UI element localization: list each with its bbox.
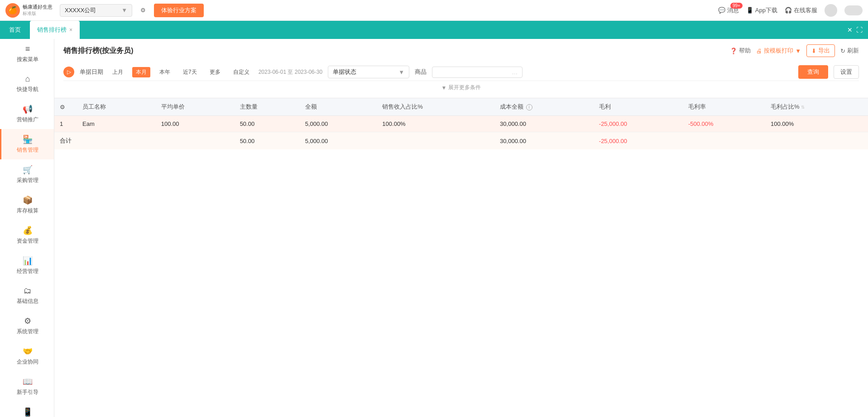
sidebar-item-sales[interactable]: 🏪 销售管理	[0, 129, 54, 159]
status-filter-arrow: ▼	[398, 69, 404, 76]
purchase-icon: 🛒	[23, 165, 33, 175]
cell-cost: 30,000.00	[494, 116, 594, 132]
message-icon: 💬	[718, 7, 725, 14]
date-btn-7days[interactable]: 近7天	[179, 67, 201, 77]
col-sales-pct: 销售收入占比%	[377, 98, 494, 116]
sidebar-item-purchase[interactable]: 🛒 采购管理	[0, 159, 54, 190]
online-service-button[interactable]: 🎧 在线客服	[785, 6, 817, 14]
date-btn-last-month[interactable]: 上月	[109, 67, 127, 77]
page-title: 销售排行榜(按业务员)	[63, 46, 134, 56]
system-icon: ⚙	[24, 316, 31, 326]
tab-fullscreen-icon[interactable]: ⛶	[856, 26, 863, 34]
footer-sales-pct	[377, 132, 494, 150]
export-button[interactable]: ⬇ 导出	[806, 44, 835, 57]
settings-button[interactable]: 设置	[834, 65, 859, 79]
footer-gross: -25,000.00	[594, 132, 683, 150]
cell-sales-pct: 100.00%	[377, 116, 494, 132]
date-btn-custom[interactable]: 自定义	[230, 67, 253, 77]
sidebar-item-label: 资金管理	[17, 237, 38, 245]
cell-gross-rate: -500.00%	[683, 116, 765, 132]
company-name: XXXXX公司	[65, 6, 118, 14]
col-cost-label: 成本全额	[500, 103, 523, 110]
cell-avg-price: 100.00	[156, 116, 235, 132]
marketing-icon: 📢	[23, 104, 33, 114]
cost-info-icon[interactable]: i	[526, 104, 532, 110]
footer-amount: 5,000.00	[300, 132, 377, 150]
col-settings[interactable]: ⚙	[54, 98, 77, 116]
tab-label: 销售排行榜	[37, 26, 67, 34]
col-gross-pct-sort[interactable]: ⇅	[801, 105, 805, 110]
sidebar-item-search-order[interactable]: ≡ 搜索菜单	[0, 39, 54, 69]
footer-total-label: 合计	[54, 132, 156, 150]
help-icon: ❓	[730, 48, 737, 54]
sidebar-item-app-center[interactable]: 📱 应用中心	[0, 402, 54, 417]
help-button[interactable]: ❓ 帮助	[730, 47, 751, 55]
export-icon: ⬇	[811, 48, 816, 54]
col-cost: 成本全额 i	[494, 98, 594, 116]
app-download-button[interactable]: 📱 App下载	[746, 6, 777, 14]
col-avg-price: 平均单价	[156, 98, 235, 116]
industry-button[interactable]: 体验行业方案	[154, 4, 204, 17]
tab-bar-right: ✕ ⛶	[847, 26, 868, 34]
user-name-area	[844, 5, 863, 15]
sidebar-item-system[interactable]: ⚙ 系统管理	[0, 311, 54, 341]
user-avatar[interactable]	[825, 4, 837, 17]
main-layout: ≡ 搜索菜单 ⌂ 快捷导航 📢 营销推广 🏪 销售管理 🛒 采购管理 📦 库存核…	[0, 39, 868, 417]
finance-icon: 💰	[23, 225, 33, 235]
sidebar-item-label: 经营管理	[17, 268, 38, 275]
app-center-icon: 📱	[23, 407, 33, 417]
goods-filter-label: 商品	[415, 68, 427, 76]
logo-icon: 🍊	[5, 3, 20, 18]
date-btn-this-year[interactable]: 本年	[156, 67, 174, 77]
export-label: 导出	[818, 47, 830, 55]
date-btn-this-month[interactable]: 本月	[132, 67, 150, 77]
search-order-icon: ≡	[25, 44, 30, 54]
sidebar-item-label: 库存核算	[17, 207, 38, 215]
sidebar-item-guide[interactable]: 📖 新手引导	[0, 371, 54, 402]
content-area: 销售排行榜(按业务员) ❓ 帮助 🖨 按模板打印 ▼ ⬇ 导出	[54, 39, 868, 417]
header-settings-icon[interactable]: ⚙	[136, 3, 150, 18]
footer-avg-price	[156, 132, 235, 150]
expand-row: ▼ 展开更多条件	[63, 81, 859, 94]
footer-cost: 30,000.00	[494, 132, 594, 150]
date-range-display: 2023-06-01 至 2023-06-30	[259, 68, 322, 76]
sidebar-item-quick-nav[interactable]: ⌂ 快捷导航	[0, 69, 54, 99]
base-info-icon: 🗂	[24, 286, 32, 296]
sidebar-item-inventory[interactable]: 📦 库存核算	[0, 190, 54, 220]
refresh-label: 刷新	[847, 47, 859, 55]
status-filter-select[interactable]: 单据状态 ▼	[328, 66, 409, 78]
refresh-button[interactable]: ↻ 刷新	[840, 47, 859, 55]
print-label: 按模板打印	[764, 47, 793, 55]
message-button[interactable]: 💬 消息 99+	[718, 6, 739, 14]
date-btn-more[interactable]: 更多	[206, 67, 224, 77]
goods-filter-input[interactable]: …	[432, 67, 523, 78]
col-gross: 毛利	[594, 98, 683, 116]
filter-toggle-arrow[interactable]: ▷	[63, 67, 74, 77]
query-button[interactable]: 查询	[798, 65, 828, 79]
tab-home[interactable]: 首页	[0, 21, 30, 39]
cell-gross: -25,000.00	[594, 116, 683, 132]
print-dropdown-arrow: ▼	[795, 48, 801, 54]
sidebar-item-label: 采购管理	[17, 177, 38, 184]
sidebar-item-operations[interactable]: 📊 经营管理	[0, 250, 54, 281]
sidebar-item-base-info[interactable]: 🗂 基础信息	[0, 281, 54, 311]
print-icon: 🖨	[756, 48, 762, 54]
sidebar-item-label: 销售管理	[17, 146, 38, 154]
expand-more-button[interactable]: ▼ 展开更多条件	[441, 84, 481, 91]
col-amount: 全额	[300, 98, 377, 116]
sidebar-item-marketing[interactable]: 📢 营销推广	[0, 99, 54, 129]
print-button[interactable]: 🖨 按模板打印 ▼	[756, 47, 801, 55]
tab-sales-ranking[interactable]: 销售排行榜 ×	[30, 21, 80, 39]
cell-name: Eam	[77, 116, 156, 132]
logo-area: 🍊 畅康通好生意 标准版	[5, 3, 60, 18]
table-header-row: ⚙ 员工名称 平均单价 主数量 全额 销售收入占比% 成本全额 i 毛利 毛利率	[54, 98, 868, 116]
tab-close-window-icon[interactable]: ✕	[847, 26, 853, 34]
sidebar-item-label: 营销推广	[17, 116, 38, 124]
sidebar-item-finance[interactable]: 💰 资金管理	[0, 220, 54, 250]
sidebar-item-enterprise[interactable]: 🤝 企业协同	[0, 341, 54, 371]
top-header: 🍊 畅康通好生意 标准版 XXXXX公司 ▼ ⚙ 体验行业方案 💬 消息 99+…	[0, 0, 868, 21]
company-selector[interactable]: XXXXX公司 ▼	[60, 4, 132, 17]
sales-ranking-table: ⚙ 员工名称 平均单价 主数量 全额 销售收入占比% 成本全额 i 毛利 毛利率	[54, 98, 868, 149]
footer-gross-pct	[765, 132, 868, 150]
tab-close-icon[interactable]: ×	[69, 27, 72, 33]
